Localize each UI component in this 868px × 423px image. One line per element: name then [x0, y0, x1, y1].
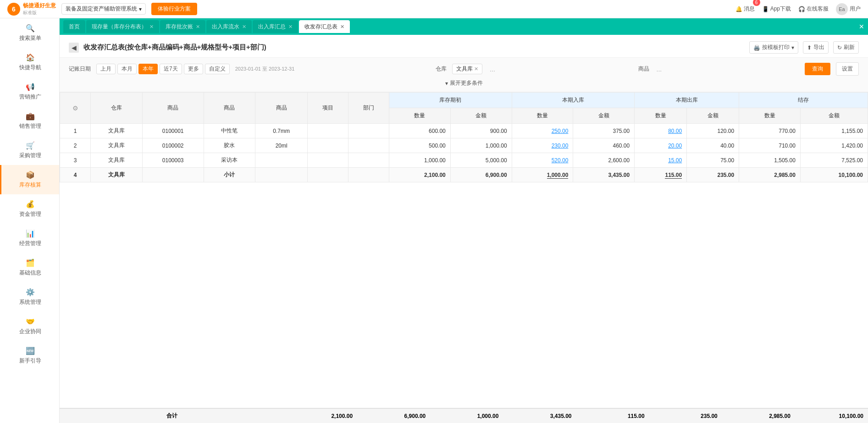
subtotal-name: 小计 [204, 168, 255, 182]
row-warehouse: 文具库 [91, 153, 143, 168]
user-btn[interactable]: Ea 用户 [836, 3, 861, 15]
refresh-btn[interactable]: ↻ 刷新 [833, 41, 859, 54]
sidebar-item-purchase[interactable]: 🛒 采购管理 [0, 136, 59, 165]
row-project [308, 138, 348, 153]
logo-area: 6 畅捷通好生意 标准版 [7, 2, 56, 16]
sidebar-item-basic[interactable]: 🗂️ 基础信息 [0, 253, 59, 282]
app-download-btn[interactable]: 📱 App下载 [762, 5, 791, 13]
basic-icon: 🗂️ [26, 258, 35, 267]
trial-button[interactable]: 体验行业方案 [151, 3, 197, 15]
sidebar-item-sales[interactable]: 💼 销售管理 [0, 106, 59, 136]
date-btn-prev-month[interactable]: 上月 [96, 64, 116, 74]
tab-inout-summary[interactable]: 出入库汇总 ✕ [253, 20, 298, 33]
sidebar-item-search[interactable]: 🔍 搜索菜单 [0, 18, 59, 48]
tab-batch-close[interactable]: ✕ [196, 24, 200, 30]
bell-icon: 🔔 [735, 6, 742, 12]
row-out-qty[interactable]: 20.00 [635, 138, 687, 153]
row-department [348, 153, 389, 168]
dropdown-arrow-icon: ▾ [791, 44, 794, 51]
subtotal-open-qty: 2,100.00 [389, 168, 450, 182]
row-num: 1 [60, 124, 91, 138]
date-btn-custom[interactable]: 自定义 [205, 64, 230, 74]
sidebar-label-finance: 资金管理 [19, 210, 41, 218]
sidebar-item-enterprise[interactable]: 🤝 企业协同 [0, 312, 59, 341]
sidebar-label-system: 系统管理 [19, 298, 41, 306]
row-in-qty[interactable]: 520.00 [512, 153, 573, 168]
page-header: ◀ 收发存汇总表(按仓库+商品编码+商品+规格型号+项目+部门) 🖨️ 按模板打… [60, 35, 868, 58]
subtotal-close-amt: 10,100.00 [800, 168, 868, 182]
row-spec: 20ml [255, 138, 308, 153]
sidebar-item-inventory[interactable]: 📦 库存核算 [0, 165, 59, 194]
col-subheader-out-qty: 数量 [635, 108, 687, 124]
tab-inout-flow-close[interactable]: ✕ [242, 24, 246, 30]
settings-button[interactable]: 设置 [836, 62, 859, 76]
sidebar-item-finance[interactable]: 💰 资金管理 [0, 194, 59, 224]
tab-batch[interactable]: 库存批次账 ✕ [160, 20, 205, 33]
tab-stock-dist[interactable]: 现存量（库存分布表） ✕ [86, 20, 159, 33]
date-btn-more[interactable]: 更多 [184, 64, 203, 74]
row-in-qty[interactable]: 230.00 [512, 138, 573, 153]
print-icon: 🖨️ [753, 44, 760, 51]
total-in-qty: 1,000.00 [430, 413, 503, 419]
total-out-amt: 235.00 [649, 413, 722, 419]
sidebar: 🔍 搜索菜单 🏠 快捷导航 📢 营销推广 💼 销售管理 🛒 采购管理 📦 库存核… [0, 18, 60, 423]
headset-icon: 🎧 [798, 6, 805, 12]
col-header-settings[interactable]: ⚙ [60, 93, 91, 124]
row-project [308, 153, 348, 168]
subtotal-out-amt: 235.00 [687, 168, 739, 182]
row-out-qty[interactable]: 15.00 [635, 153, 687, 168]
table-settings-icon[interactable]: ⚙ [72, 104, 78, 112]
row-in-amt: 460.00 [573, 138, 635, 153]
row-in-qty[interactable]: 250.00 [512, 124, 573, 138]
sidebar-item-marketing[interactable]: 📢 营销推广 [0, 77, 59, 106]
online-service-btn[interactable]: 🎧 在线客服 [798, 5, 829, 13]
goods-filter-dots[interactable]: ... [655, 66, 664, 73]
query-button[interactable]: 查询 [805, 63, 830, 75]
warehouse-filter-dots[interactable]: ... [488, 66, 497, 73]
row-out-amt: 40.00 [687, 138, 739, 153]
tab-inout-summary-label: 出入库汇总 [258, 23, 286, 31]
warehouse-tag[interactable]: 文具库 ✕ [452, 64, 482, 74]
subtotal-row: 4 文具库 小计 2,100.00 6,900.00 1,000.00 3,43… [60, 168, 868, 182]
sidebar-item-operation[interactable]: 📊 经营管理 [0, 224, 59, 253]
export-btn[interactable]: ⬆ 导出 [803, 41, 829, 54]
notifications-btn[interactable]: 🔔 消息 6 [735, 5, 755, 13]
system-selector[interactable]: 装备及固定资产辅助管理系统 ▾ [61, 3, 146, 15]
sidebar-item-system[interactable]: ⚙️ 系统管理 [0, 282, 59, 312]
tab-inout-flow[interactable]: 出入库流水 ✕ [206, 20, 252, 33]
sidebar-label-search: 搜索菜单 [19, 34, 41, 42]
tab-home[interactable]: 首页 [63, 20, 85, 33]
warehouse-tag-value: 文具库 [456, 65, 473, 73]
toggle-expand-btn[interactable]: ◀ [69, 43, 79, 53]
expand-label: 展开更多条件 [450, 79, 483, 87]
top-bar: 6 畅捷通好生意 标准版 装备及固定资产辅助管理系统 ▾ 体验行业方案 🔔 消息… [0, 0, 868, 18]
row-out-qty[interactable]: 80.00 [635, 124, 687, 138]
sidebar-item-guide[interactable]: 🆕 新手引导 [0, 341, 59, 370]
notifications-label: 消息 [744, 5, 755, 13]
sidebar-item-quick[interactable]: 🏠 快捷导航 [0, 48, 59, 77]
date-filter-label: 记账日期 [69, 65, 91, 73]
print-template-btn[interactable]: 🖨️ 按模板打印 ▾ [749, 41, 798, 54]
row-close-amt: 1,420.00 [800, 138, 868, 153]
date-btn-7days[interactable]: 近7天 [160, 64, 182, 74]
col-subheader-open-qty: 数量 [389, 108, 450, 124]
tab-recv-send-close[interactable]: ✕ [340, 24, 344, 30]
col-subheader-out-amt: 金额 [687, 108, 739, 124]
content-area: 首页 现存量（库存分布表） ✕ 库存批次账 ✕ 出入库流水 ✕ 出入库汇总 ✕ … [60, 18, 868, 423]
date-btn-this-month[interactable]: 本月 [117, 64, 137, 74]
tab-bar-close-all[interactable]: ✕ [859, 23, 864, 30]
subtotal-in-amt: 3,435.00 [573, 168, 635, 182]
tab-home-label: 首页 [69, 23, 80, 31]
top-bar-left: 6 畅捷通好生意 标准版 装备及固定资产辅助管理系统 ▾ 体验行业方案 [7, 2, 197, 16]
date-btn-this-year[interactable]: 本年 [138, 64, 158, 74]
tab-inout-summary-close[interactable]: ✕ [288, 24, 293, 30]
marketing-icon: 📢 [26, 82, 35, 91]
tab-recv-send[interactable]: 收发存汇总表 ✕ [299, 20, 350, 33]
page-title: 收发存汇总表(按仓库+商品编码+商品+规格型号+项目+部门) [83, 43, 266, 52]
row-in-amt: 375.00 [573, 124, 635, 138]
tab-stock-dist-close[interactable]: ✕ [149, 24, 154, 30]
expand-conditions-btn[interactable]: ▾ 展开更多条件 [445, 79, 483, 87]
row-code: 0100002 [142, 138, 204, 153]
warehouse-tag-remove[interactable]: ✕ [474, 66, 478, 72]
sidebar-label-operation: 经营管理 [19, 240, 41, 247]
